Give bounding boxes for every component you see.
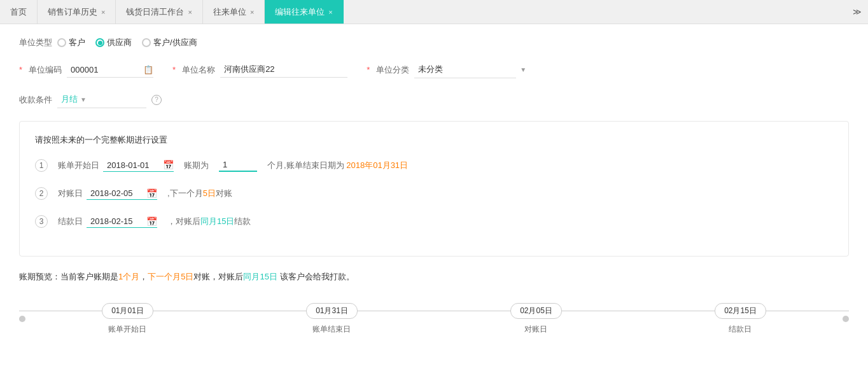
reconcile-date-input[interactable]	[87, 187, 144, 199]
timeline-sublabel-3: 结款日	[729, 324, 752, 335]
period-label: 账期为	[184, 160, 209, 171]
radio-both[interactable]: 客户/供应商	[142, 37, 197, 48]
period-row-2: 2 对账日 📅 ,下一个月5日对账	[35, 187, 833, 200]
unit-type-field: 单位类型 客户 供应商 客户/供应商	[19, 37, 197, 48]
unit-classification-label: 单位分类	[376, 64, 409, 76]
tab-home-label: 首页	[10, 6, 27, 18]
unit-name-input[interactable]	[220, 62, 347, 78]
period-row-num-1: 1	[35, 159, 48, 172]
radio-both-label: 客户/供应商	[153, 37, 197, 48]
period-row-num-3: 3	[35, 215, 48, 228]
timeline-item-3: 02月15日 结款日	[715, 303, 766, 335]
tab-expand-btn[interactable]: ≫	[846, 0, 868, 24]
tab-partner-unit[interactable]: 往来单位 ×	[203, 0, 265, 24]
settlement-highlight: 同月15日	[200, 216, 234, 226]
period-row-1: 1 账单开始日 📅 账期为 个月,账单结束日期为 2018年01月31日	[35, 158, 833, 172]
payment-help-icon[interactable]: ?	[151, 95, 162, 105]
tab-bar: 首页 销售订单历史 × 钱货日清工作台 × 往来单位 × 编辑往来单位 × ≫	[0, 0, 868, 24]
timeline-container: 01月01日 账单开始日 01月31日 账单结束日 02月05日 对账日 02月…	[19, 297, 849, 341]
close-sales-order[interactable]: ×	[101, 8, 105, 16]
period-num-input[interactable]	[219, 158, 257, 172]
settlement-suffix: ，对账后同月15日结款	[167, 216, 251, 227]
settlement-before: ，对账后	[167, 216, 200, 226]
unit-code-input[interactable]	[67, 62, 143, 77]
timeline-item-1: 01月31日 账单结束日	[306, 303, 358, 335]
timeline-sublabel-1: 账单结束日	[312, 324, 351, 335]
unit-name-field: * 单位名称	[172, 62, 347, 78]
period-setting-title: 请按照未来的一个完整帐期进行设置	[35, 134, 833, 146]
radio-supplier-label: 供应商	[107, 37, 132, 48]
payment-condition-value: 月结	[61, 94, 78, 105]
reconcile-date-label: 对账日	[58, 188, 83, 199]
timeline-end-dot	[843, 316, 849, 322]
preview-part3: 同月15日	[243, 272, 277, 281]
payment-condition-select[interactable]: 月结 ▼	[57, 91, 146, 108]
unit-type-label: 单位类型	[19, 37, 52, 48]
tab-cash-daily-label: 钱货日清工作台	[126, 6, 184, 18]
expand-icon: ≫	[853, 7, 862, 17]
reconcile-date-calendar-icon[interactable]: 📅	[146, 188, 157, 199]
timeline-node-3: 02月15日	[715, 303, 766, 319]
tab-sales-order[interactable]: 销售订单历史 ×	[38, 0, 116, 24]
tab-edit-partner-label: 编辑往来单位	[275, 6, 325, 18]
unit-code-label: 单位编码	[29, 64, 62, 76]
radio-customer-label: 客户	[69, 37, 85, 48]
start-date-label: 账单开始日	[58, 160, 99, 171]
unit-classification-required: *	[367, 65, 370, 74]
reconcile-highlight: 5日	[203, 188, 216, 198]
reconcile-date-input-wrap: 📅	[87, 187, 157, 200]
timeline-node-0: 01月01日	[102, 303, 153, 319]
preview-text: 账期预览：当前客户账期是1个月，下一个月5日对账，对账后同月15日 该客户会给我…	[19, 269, 849, 284]
period-end-date: 2018年01月31日	[346, 160, 408, 170]
settlement-date-input-wrap: 📅	[87, 215, 157, 228]
unit-code-field: * 单位编码 📋	[19, 62, 153, 78]
timeline-item-2: 02月05日 对账日	[510, 303, 562, 335]
copy-icon[interactable]: 📋	[143, 65, 153, 74]
tab-cash-daily[interactable]: 钱货日清工作台 ×	[116, 0, 202, 24]
settlement-date-input[interactable]	[87, 215, 144, 227]
preview-middle2: 对账，对账后	[193, 272, 243, 281]
period-row-num-2: 2	[35, 187, 48, 200]
unit-classification-select[interactable]: 未分类	[414, 61, 516, 78]
start-date-calendar-icon[interactable]: 📅	[163, 160, 174, 170]
payment-condition-row: 收款条件 月结 ▼ ?	[19, 91, 849, 108]
preview-prefix: 账期预览：当前客户账期是	[19, 272, 118, 281]
classification-dropdown-arrow: ▼	[520, 66, 526, 73]
period-row-3: 3 结款日 📅 ，对账后同月15日结款	[35, 215, 833, 228]
start-date-input-wrap: 📅	[103, 159, 174, 172]
settlement-date-field: 结款日 📅	[58, 215, 157, 228]
payment-condition-label: 收款条件	[19, 94, 52, 106]
unit-code-required: *	[19, 65, 22, 74]
timeline-node-2: 02月05日	[510, 303, 562, 319]
unit-classification-dropdown[interactable]: 未分类 ▼	[414, 61, 526, 78]
unit-name-label: 单位名称	[182, 64, 215, 76]
timeline-nodes: 01月01日 账单开始日 01月31日 账单结束日 02月05日 对账日 02月…	[25, 303, 843, 335]
radio-supplier[interactable]: 供应商	[95, 37, 132, 48]
settlement-date-calendar-icon[interactable]: 📅	[146, 216, 157, 227]
tab-edit-partner[interactable]: 编辑往来单位 ×	[265, 0, 343, 24]
unit-name-required: *	[172, 65, 176, 74]
unit-info-row: * 单位编码 📋 * 单位名称 * 单位分类 未分类 ▼	[19, 61, 849, 78]
radio-customer[interactable]: 客户	[57, 37, 85, 48]
reconcile-suffix: ,下一个月5日对账	[167, 188, 232, 199]
period-end-text: 个月,账单结束日期为 2018年01月31日	[267, 160, 408, 171]
close-partner-unit[interactable]: ×	[250, 8, 254, 16]
page-content: 单位类型 客户 供应商 客户/供应商 * 单位编码	[0, 24, 868, 387]
payment-condition-arrow: ▼	[80, 96, 87, 103]
tab-home[interactable]: 首页	[0, 0, 38, 24]
reconcile-after: 对账	[216, 188, 232, 198]
preview-suffix: 该客户会给我打款。	[280, 272, 354, 281]
radio-both-circle	[142, 38, 151, 47]
timeline-sublabel-2: 对账日	[524, 324, 547, 335]
close-edit-partner[interactable]: ×	[328, 8, 332, 16]
timeline-start-dot	[19, 316, 25, 322]
start-date-input[interactable]	[103, 159, 160, 171]
preview-part1: 1个月	[118, 272, 139, 281]
close-cash-daily[interactable]: ×	[188, 8, 192, 16]
unit-type-row: 单位类型 客户 供应商 客户/供应商	[19, 37, 849, 48]
preview-middle1: ，	[139, 272, 148, 281]
unit-classification-value: 未分类	[418, 64, 443, 75]
period-end-prefix: 个月,账单结束日期为	[267, 160, 344, 170]
radio-supplier-circle	[95, 38, 104, 47]
timeline-node-1: 01月31日	[306, 303, 358, 319]
